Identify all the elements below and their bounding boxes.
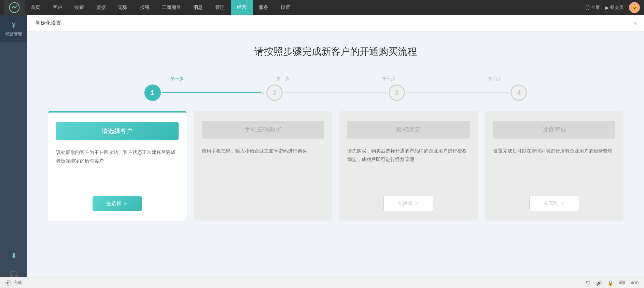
step-node-4: 4 <box>510 84 527 101</box>
cards-row: 请选择客户 该处展示的客户为不在回收站、客户状态正常建账后完成老板端绑定的所有客… <box>48 111 624 221</box>
card-btn-wrap-1: 去选择 ＞ <box>56 196 179 211</box>
close-button[interactable]: × <box>633 19 637 27</box>
nav-accounting[interactable]: 记账 <box>112 0 134 15</box>
card-btn-wrap-4: 去管理 ＞ <box>493 196 616 211</box>
step-circle-2: 2 <box>266 84 283 101</box>
go-manage-button[interactable]: 去管理 ＞ <box>529 196 579 211</box>
card-desc-1: 该处展示的客户为不在回收站、客户状态正常建账后完成老板端绑定的所有客户 <box>56 148 179 183</box>
bottom-bar: ▶ 完成 🛡 🔊 🔒 词0 ⊕10 <box>0 277 644 288</box>
step-label-4: 第四步 <box>442 75 547 82</box>
step-label-2: 第二步 <box>230 75 336 82</box>
member-button[interactable]: ▶ 畅会员 <box>605 4 624 11</box>
step-line-3: › <box>406 89 509 96</box>
nav-right-area: ⛶ 全屏 ▶ 畅会员 🐱 <box>585 2 640 13</box>
main-content: 初始化设置 × 请按照步骤完成新客户的开通购买流程 第一步 第二步 第三步 <box>27 15 644 288</box>
nav-customer[interactable]: 客户 <box>46 0 68 15</box>
zoom-display: ⊕10 <box>631 280 639 285</box>
card-title-1: 请选择客户 <box>56 122 179 140</box>
go-select-button[interactable]: 去选择 ＞ <box>93 196 142 211</box>
card-title-2: 手机扫码购买 <box>202 121 324 139</box>
member-icon: ▶ <box>605 5 609 10</box>
card-desc-4: 设置完成后可以在管理列表进行所有企业用户的经营管理 <box>493 147 616 182</box>
card-desc-2: 请用手机扫码，输入小微企业主账号密码进行购买 <box>202 147 324 197</box>
bottom-right: 🛡 🔊 🔒 词0 ⊕10 <box>586 280 639 286</box>
card-title-4: 设置完成 <box>493 121 616 139</box>
counter-display: 词0 <box>619 280 625 286</box>
flow-title: 请按照步骤完成新客户的开通购买流程 <box>48 45 624 58</box>
go-authorize-button[interactable]: 去授权 ＞ <box>383 196 433 211</box>
nav-tax[interactable]: 报税 <box>134 0 156 15</box>
step-circle-4: 4 <box>510 84 527 101</box>
step-circle-3: 3 <box>389 84 405 101</box>
page-header: 初始化设置 × <box>27 15 644 31</box>
card-btn-wrap-3: 去授权 ＞ <box>347 196 470 211</box>
shield-icon: 🛡 <box>586 280 591 286</box>
top-navigation: 首页 客户 收费 票据 记账 报税 工商项目 消息 管理 经营 服务 设置 ⛶ … <box>0 0 644 15</box>
status-text: 完成 <box>14 280 22 286</box>
sidebar: ¥ 经营管理 ⬇ 🎧 <box>0 15 27 288</box>
step-labels-row: 第一步 第二步 第三步 第四步 <box>97 75 575 82</box>
lock-icon: 🔒 <box>607 280 613 286</box>
card-desc-3: 请先购买，购买后选择开通的产品中的企业用户进行授权绑定，成功后即可进行经营管理 <box>347 147 470 182</box>
step-card-3: 授权绑定 请先购买，购买后选择开通的产品中的企业用户进行授权绑定，成功后即可进行… <box>339 111 478 221</box>
bottom-left: ▶ 完成 <box>5 280 22 286</box>
step-label-1: 第一步 <box>124 75 230 82</box>
nav-message[interactable]: 消息 <box>187 0 209 15</box>
step-card-1: 请选择客户 该处展示的客户为不在回收站、客户状态正常建账后完成老板端绑定的所有客… <box>48 111 187 221</box>
page-title: 初始化设置 <box>36 20 61 26</box>
app-logo[interactable] <box>4 0 25 15</box>
user-avatar[interactable]: 🐱 <box>629 2 640 13</box>
stepper-container: 第一步 第二步 第三步 第四步 1 <box>97 75 575 101</box>
step-card-2: 手机扫码购买 请用手机扫码，输入小微企业主账号密码进行购买 <box>194 111 333 221</box>
sidebar-item-operation[interactable]: ¥ 经营管理 <box>0 15 27 42</box>
main-layout: ¥ 经营管理 ⬇ 🎧 初始化设置 × 请按照步骤完成新客户的开通购买流程 第一步 <box>0 15 644 288</box>
step-node-3: 3 <box>389 84 405 101</box>
card-title-3: 授权绑定 <box>347 121 470 139</box>
nav-operation[interactable]: 经营 <box>231 0 253 15</box>
step-line-1: › <box>162 89 265 96</box>
content-area: 请按照步骤完成新客户的开通购买流程 第一步 第二步 第三步 第四步 <box>27 31 644 234</box>
nav-business[interactable]: 工商项目 <box>156 0 187 15</box>
play-button[interactable]: ▶ <box>5 280 11 286</box>
volume-icon: 🔊 <box>596 280 602 286</box>
step-node-1: 1 <box>144 84 161 101</box>
nav-items: 首页 客户 收费 票据 记账 报税 工商项目 消息 管理 经营 服务 设置 <box>25 0 585 15</box>
step-card-4: 设置完成 设置完成后可以在管理列表进行所有企业用户的经营管理 去管理 ＞ <box>485 111 624 221</box>
download-sidebar-icon[interactable]: ⬇ <box>8 250 20 262</box>
step-circle-1: 1 <box>144 84 161 101</box>
nav-settings[interactable]: 设置 <box>275 0 296 15</box>
nav-invoice[interactable]: 票据 <box>90 0 112 15</box>
nav-service[interactable]: 服务 <box>253 0 275 15</box>
step-track-row: 1 › 2 › <box>97 84 575 101</box>
step-label-3: 第三步 <box>336 75 442 82</box>
step-node-2: 2 <box>266 84 283 101</box>
nav-fee[interactable]: 收费 <box>68 0 90 15</box>
yen-icon: ¥ <box>12 21 16 30</box>
step-line-2: › <box>284 89 387 96</box>
nav-home[interactable]: 首页 <box>25 0 46 15</box>
fullscreen-button[interactable]: ⛶ 全屏 <box>585 4 600 11</box>
nav-manage[interactable]: 管理 <box>209 0 231 15</box>
fullscreen-icon: ⛶ <box>585 5 590 10</box>
